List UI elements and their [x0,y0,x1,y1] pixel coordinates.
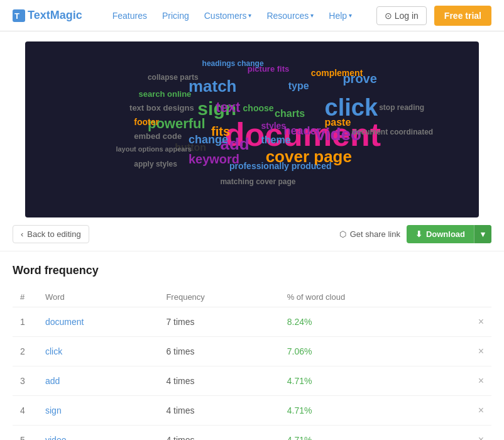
back-label: Back to editing [27,229,80,239]
col-percent: % of word cloud [280,287,444,307]
word-cloud-word[interactable]: professionally produced [229,161,332,171]
word-cloud-word[interactable]: charts [275,108,305,119]
customers-chevron: ▾ [248,12,251,19]
word-cloud-word[interactable]: matching cover page [220,177,295,186]
word-cloud-word[interactable]: apply styles [134,160,177,168]
cell-rank: 1 [13,307,38,337]
frequency-section: Word frequency # Word Frequency % of wor… [0,251,504,440]
table-row: 5 video 4 times 4.71% × [13,426,491,441]
logo-text: TextMagic [28,9,82,22]
cell-frequency: 6 times [158,337,279,366]
table-row: 1 document 7 times 8.24% × [13,307,491,337]
navbar: T TextMagic Features Pricing Customers ▾… [0,0,504,31]
toolbar-right: ⬡ Get share link ⬇ Download ▾ [339,225,491,243]
nav-features[interactable]: Features [107,8,152,23]
nav-customers[interactable]: Customers ▾ [199,8,257,23]
word-cloud-word[interactable]: footer [134,117,159,127]
login-label: Log in [395,11,419,21]
login-button[interactable]: ⊙ Log in [376,6,427,25]
word-link-anchor[interactable]: click [45,346,62,356]
word-cloud-word[interactable]: stop reading [379,103,424,112]
cell-frequency: 4 times [158,426,279,441]
word-cloud-word[interactable]: text [216,99,240,116]
cell-word[interactable]: document [38,307,158,337]
table-row: 4 sign 4 times 4.71% × [13,396,491,426]
cell-word[interactable]: video [38,426,158,441]
nav-help[interactable]: Help ▾ [324,8,357,23]
word-cloud-word[interactable]: layout options appears [116,145,191,153]
frequency-table: # Word Frequency % of word cloud 1 docum… [13,287,491,440]
back-icon: ‹ [21,229,23,239]
word-cloud-word[interactable]: paste [325,117,351,128]
navbar-right: ⊙ Log in Free trial [376,6,491,26]
cell-rank: 4 [13,396,38,426]
word-cloud-word[interactable]: text box designs [129,103,194,113]
cell-rank: 5 [13,426,38,441]
word-cloud-word[interactable]: complement [311,68,363,78]
delete-word-button[interactable]: × [444,307,491,337]
col-frequency: Frequency [158,287,279,307]
delete-word-button[interactable]: × [444,337,491,366]
get-share-link-button[interactable]: ⬡ Get share link [339,229,400,239]
toolbar: ‹ Back to editing ⬡ Get share link ⬇ Dow… [0,217,504,251]
delete-word-button[interactable]: × [444,366,491,396]
word-cloud-word[interactable]: embed code [134,131,182,141]
resources-chevron: ▾ [310,12,314,19]
download-dropdown-arrow[interactable]: ▾ [474,225,491,243]
logo-icon: T [13,9,25,22]
link-icon: ⬡ [339,229,346,239]
delete-word-button[interactable]: × [444,426,491,441]
help-chevron: ▾ [349,12,352,19]
word-link-anchor[interactable]: add [45,376,60,386]
cell-word[interactable]: sign [38,396,158,426]
download-button[interactable]: ⬇ Download ▾ [407,225,491,243]
back-to-editing-button[interactable]: ‹ Back to editing [13,225,89,243]
cell-frequency: 7 times [158,307,279,337]
word-cloud-inner: documentclickvideocover pagesignmatchadd… [25,41,479,217]
delete-word-button[interactable]: × [444,396,491,426]
logo[interactable]: T TextMagic [13,9,82,22]
cell-rank: 3 [13,366,38,396]
word-cloud-word[interactable]: theme [261,135,290,146]
cell-frequency: 4 times [158,366,279,396]
table-row: 2 click 6 times 7.06% × [13,337,491,366]
word-link-anchor[interactable]: document [45,317,84,327]
word-cloud-word[interactable]: styles [261,121,286,131]
word-cloud-word[interactable]: headings change [202,59,264,68]
nav-links: Features Pricing Customers ▾ Resources ▾… [107,8,357,23]
nav-pricing[interactable]: Pricing [157,8,194,23]
download-label: Download [426,229,465,239]
frequency-title: Word frequency [13,264,491,277]
cell-percent: 7.06% [280,337,444,366]
download-main: ⬇ Download [407,225,474,243]
cell-word[interactable]: click [38,337,158,366]
cell-word[interactable]: add [38,366,158,396]
svg-text:T: T [14,11,19,21]
col-delete [444,287,491,307]
cell-rank: 2 [13,337,38,366]
cell-percent: 4.71% [280,396,444,426]
cell-frequency: 4 times [158,396,279,426]
col-rank: # [13,287,38,307]
cell-percent: 4.71% [280,366,444,396]
word-link-anchor[interactable]: sign [45,405,62,415]
word-link-anchor[interactable]: video [45,435,66,440]
cell-percent: 4.71% [280,426,444,441]
table-header-row: # Word Frequency % of word cloud [13,287,491,307]
word-cloud: documentclickvideocover pagesignmatchadd… [25,41,479,217]
word-cloud-word[interactable]: document coordinated [352,128,433,136]
col-word: Word [38,287,158,307]
word-cloud-word[interactable]: type [288,80,309,92]
download-icon: ⬇ [415,229,422,239]
nav-resources[interactable]: Resources ▾ [261,8,319,23]
cell-percent: 8.24% [280,307,444,337]
table-row: 3 add 4 times 4.71% × [13,366,491,396]
word-cloud-word[interactable]: search online [139,89,192,99]
word-cloud-word[interactable]: collapse parts [148,73,199,82]
free-trial-button[interactable]: Free trial [434,6,491,26]
word-cloud-word[interactable]: choose [243,103,274,113]
user-icon: ⊙ [385,11,392,21]
share-label: Get share link [350,229,400,239]
